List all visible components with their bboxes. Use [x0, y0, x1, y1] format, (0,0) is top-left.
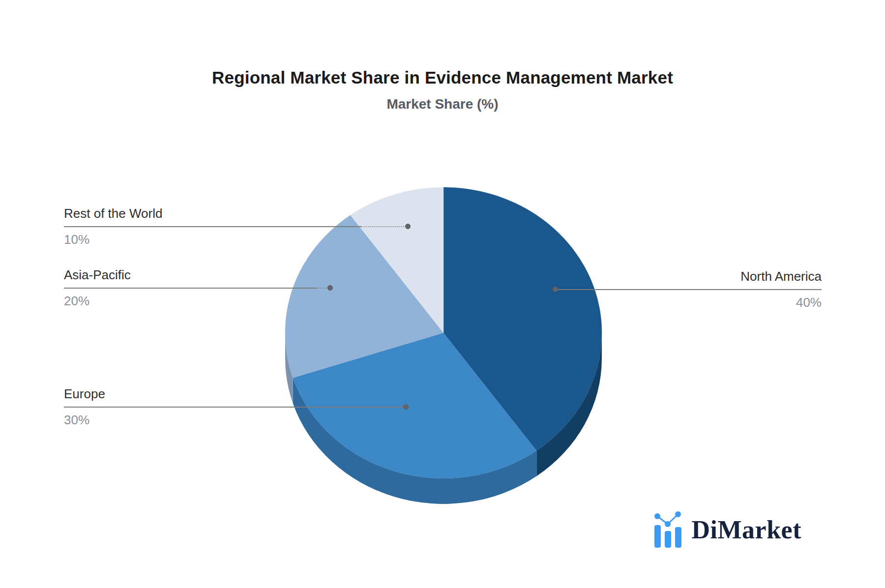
slice-percent: 30%: [64, 412, 89, 428]
brand-logo: DiMarket: [653, 511, 801, 549]
bar-line-chart-logo-icon: [653, 511, 684, 549]
slice-label: North America: [740, 269, 822, 284]
slice-label: Europe: [64, 386, 105, 402]
leader-line: [64, 407, 406, 408]
leader-line: [64, 288, 317, 289]
leader-dot: [405, 224, 411, 229]
pie-chart: [0, 0, 885, 588]
slice-label: Rest of the World: [64, 206, 162, 221]
leader-line: [64, 226, 361, 227]
slice-percent: 10%: [64, 232, 89, 247]
leader-dot: [553, 287, 558, 292]
leader-line-dotted: [361, 226, 408, 227]
leader-dot: [403, 404, 409, 410]
slice-percent: 20%: [64, 294, 89, 309]
leader-dot: [327, 285, 333, 291]
slice-label: Asia-Pacific: [64, 267, 131, 283]
slice-percent: 40%: [796, 295, 822, 310]
leader-line: [555, 289, 822, 290]
brand-name: DiMarket: [692, 517, 801, 543]
